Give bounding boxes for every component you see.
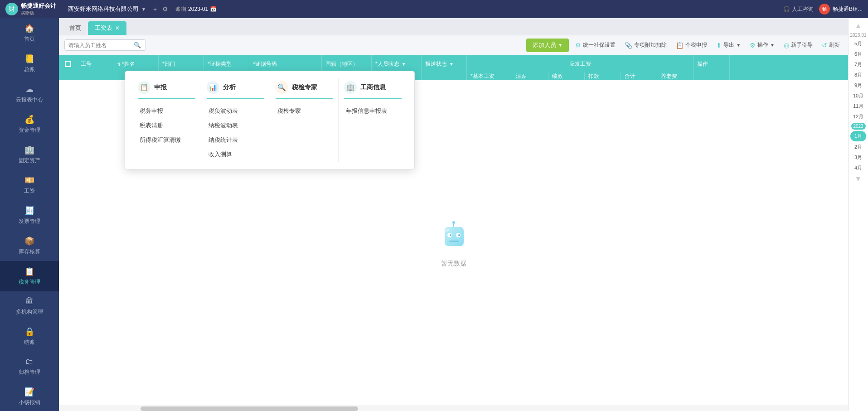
th-yingfa: 应发工资 [467, 55, 693, 73]
svg-point-3 [450, 234, 451, 236]
th-jintie: 津贴 [512, 73, 548, 80]
special-deduction-icon: 📎 [625, 42, 632, 49]
timeline-down-icon[interactable]: ▼ [853, 173, 864, 185]
taxexpert-section-icon: 🔍 [276, 81, 288, 94]
empty-text: 暂无数据 [441, 260, 466, 268]
company-dropdown-icon[interactable]: ▼ [141, 7, 146, 12]
sidebar-item-ledger[interactable]: 📒 总账 [0, 48, 59, 79]
th-certno: *证据号码 [249, 55, 322, 73]
timeline-month-8[interactable]: 8月 [849, 70, 868, 80]
cloud-icon: ☁ [25, 84, 34, 94]
tab-home[interactable]: 首页 [63, 21, 88, 35]
tax-icon: 📋 [24, 266, 34, 276]
timeline-month-10[interactable]: 10月 [849, 91, 868, 101]
customer-service[interactable]: 🎧 人工咨询 [783, 5, 814, 13]
timeline-month-3[interactable]: 3月 [849, 152, 868, 163]
sidebar-item-capital[interactable]: 💰 资金管理 [0, 109, 59, 140]
export-icon: ⬆ [716, 42, 722, 49]
operations-button[interactable]: ⚙ 操作 ▼ [747, 39, 777, 51]
menu-item-tax-declare[interactable]: 税务申报 [138, 104, 195, 118]
capital-icon: 💰 [24, 115, 34, 125]
tab-payroll-table[interactable]: 工资表 ✕ [88, 21, 126, 35]
sidebar-item-invoice[interactable]: 🧾 发票管理 [0, 200, 59, 231]
timeline-month-7[interactable]: 7月 [849, 59, 868, 70]
social-insurance-button[interactable]: ⚙ 统一社保设置 [572, 39, 618, 51]
calendar-icon[interactable]: 📅 [210, 6, 217, 12]
menu-item-tax-form[interactable]: 税表清册 [138, 118, 195, 133]
sidebar-item-tax[interactable]: 📋 税务管理 [0, 261, 59, 291]
timeline-month-5[interactable]: 5月 [849, 39, 868, 49]
new-guide-button[interactable]: ◎ 新手引导 [781, 39, 815, 51]
scrollbar-container[interactable] [59, 406, 848, 411]
th-sub-sendstatus [422, 73, 467, 80]
period-label: 账期 [175, 5, 186, 13]
sidebar-item-payroll[interactable]: 💴 工资 [0, 170, 59, 200]
th-dept: *部门 [159, 55, 204, 73]
th-name: ⇅ *姓名 [113, 55, 159, 73]
filter-icon-sendstatus[interactable]: ▼ [449, 62, 454, 67]
fixed-assets-icon: 🏢 [24, 145, 34, 155]
company-name: 西安虾米网络科技有限公司 [68, 5, 139, 13]
sidebar-item-home[interactable]: 🏠 首页 [0, 18, 59, 48]
menu-item-taxburden[interactable]: 税负波动表 [207, 104, 264, 118]
timeline-month-12[interactable]: 12月 [849, 111, 868, 122]
sidebar-item-promo[interactable]: 📝 小畅报销 [0, 382, 59, 411]
add-person-label: 添加人员 [533, 41, 556, 49]
headset-icon: 🎧 [783, 6, 790, 12]
multi-org-icon: 🏛 [25, 297, 34, 306]
sidebar-item-fixed-assets[interactable]: 🏢 固定资产 [0, 140, 59, 170]
sort-icon-name[interactable]: ⇅ [117, 62, 121, 67]
sidebar-item-multi-org[interactable]: 🏛 多机构管理 [0, 291, 59, 321]
timeline-month-11[interactable]: 11月 [849, 101, 868, 111]
menu-item-income-tax[interactable]: 所得税汇算清缴 [138, 133, 195, 147]
ledger-icon: 📒 [24, 54, 34, 64]
scrollbar-thumb[interactable] [141, 406, 358, 411]
menu-item-income-calc[interactable]: 收入测算 [207, 147, 264, 162]
timeline-month-2[interactable]: 2月 [849, 142, 868, 152]
timeline-up-icon[interactable]: ▲ [853, 20, 864, 32]
th-jixiao: 绩效 [548, 73, 585, 80]
timeline-month-1[interactable]: 1月 [850, 131, 866, 141]
sidebar-item-archive[interactable]: 🗂 归档管理 [0, 352, 59, 382]
company-selector[interactable]: 西安虾米网络科技有限公司 ▼ [68, 5, 146, 13]
logo-area: 财 畅捷通好会计 买断版 [5, 2, 64, 16]
th-ops: 操作 [693, 55, 730, 73]
add-person-arrow-icon: ▼ [558, 43, 563, 48]
timeline-month-4[interactable]: 4月 [849, 163, 868, 173]
th-status: *人员状态 ▼ [372, 55, 422, 73]
sidebar-item-close[interactable]: 🔒 结账 [0, 321, 59, 352]
menu-item-taxpay-stat[interactable]: 纳税统计表 [207, 133, 264, 147]
menu-item-annual-report[interactable]: 年报信息申报表 [344, 104, 402, 118]
dropdown-section-analysis: 📊 分析 税负波动表 纳税波动表 纳税统计表 收入测算 [201, 78, 270, 162]
tab-close-icon[interactable]: ✕ [115, 25, 120, 31]
refresh-button[interactable]: ↺ 刷新 [819, 39, 843, 51]
period-value: 2023-01 [188, 6, 208, 12]
svg-point-7 [452, 221, 455, 224]
year-badge: 2023 [851, 123, 866, 130]
th-sub-ops [693, 73, 730, 80]
th-kouchu: 扣款 [585, 73, 621, 80]
menu-item-taxpay-wave[interactable]: 纳税波动表 [207, 118, 264, 133]
search-box[interactable]: 🔍 [64, 39, 146, 51]
tax-declaration-button[interactable]: 📋 个税申报 [673, 39, 710, 51]
settings-icon[interactable]: ⚙ [162, 5, 168, 13]
menu-item-taxexpert[interactable]: 税检专家 [276, 104, 333, 118]
filter-icon-status[interactable]: ▼ [402, 62, 406, 67]
invoice-icon: 🧾 [24, 206, 34, 216]
logo-icon: 财 [5, 3, 18, 15]
toolbar: 🔍 添加人员 ▼ ⚙ 统一社保设置 📎 专项附加扣除 📋 个税申报 [59, 35, 848, 55]
add-company-icon[interactable]: + [153, 5, 157, 13]
search-input[interactable] [68, 42, 132, 48]
user-info[interactable]: 畅 畅捷通B组... [819, 4, 863, 15]
section-header-analysis: 📊 分析 [207, 78, 264, 99]
dropdown-section-taxexpert: 🔍 税检专家 税检专家 [270, 78, 339, 162]
sidebar-item-cloud-report[interactable]: ☁ 云报表中心 [0, 79, 59, 109]
special-deduction-button[interactable]: 📎 专项附加扣除 [622, 39, 669, 51]
timeline-month-6[interactable]: 6月 [849, 49, 868, 59]
timeline-month-9[interactable]: 9月 [849, 80, 868, 91]
export-button[interactable]: ⬆ 导出 ▼ [713, 39, 743, 51]
dropdown-section-shenb ao: 📋 申报 税务申报 税表清册 所得税汇算清缴 [132, 78, 201, 162]
sidebar-item-inventory[interactable]: 📦 库存核算 [0, 231, 59, 261]
add-person-button[interactable]: 添加人员 ▼ [526, 39, 569, 52]
select-all-checkbox[interactable] [65, 61, 71, 67]
